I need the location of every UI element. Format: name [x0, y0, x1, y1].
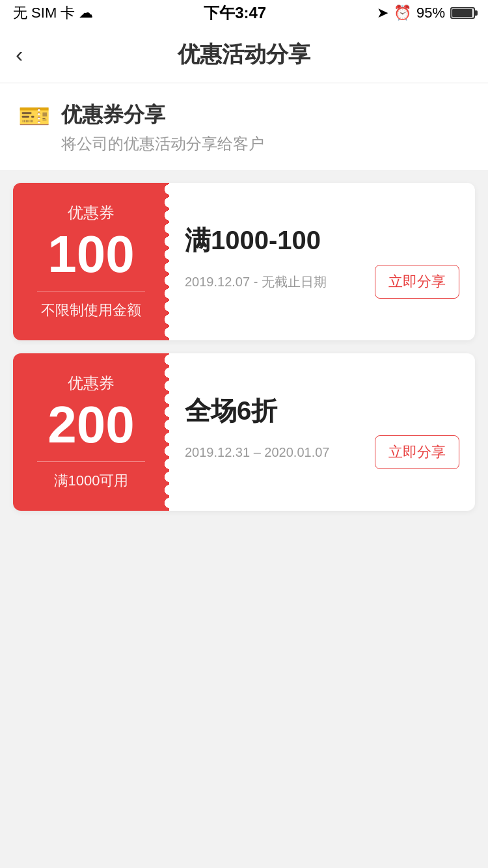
coupon-amount-1: 200 [47, 399, 134, 451]
section-subtitle: 将公司的优惠活动分享给客户 [61, 133, 264, 155]
battery-percent: 95% [416, 5, 445, 21]
coupon-label-1: 优惠券 [68, 373, 115, 394]
coupon-right-1: 全场6折 2019.12.31 – 2020.01.07 立即分享 [169, 353, 475, 511]
location-icon: ➤ [377, 5, 388, 21]
coupon-condition-0: 不限制使用金额 [41, 301, 141, 321]
coupon-card: 优惠券 200 满1000可用 全场6折 2019.12.31 – 2020.0… [13, 353, 475, 511]
page-title: 优惠活动分享 [178, 40, 310, 70]
coupon-card: 优惠券 100 不限制使用金额 满1000-100 2019.12.07 - 无… [13, 183, 475, 340]
status-left: 无 SIM 卡 ☁ [13, 3, 93, 23]
status-bar: 无 SIM 卡 ☁ 下午3:47 ➤ ⏰ 95% [0, 0, 488, 26]
share-button-1[interactable]: 立即分享 [375, 435, 459, 469]
coupon-date-0: 2019.12.07 - 无截止日期 [185, 273, 368, 291]
nav-bar: ‹ 优惠活动分享 [0, 26, 488, 83]
back-button[interactable]: ‹ [16, 42, 23, 67]
coupon-meta-0: 2019.12.07 - 无截止日期 立即分享 [185, 265, 459, 299]
alarm-icon: ⏰ [394, 5, 411, 21]
coupon-divider-1 [37, 461, 145, 462]
coupon-condition-1: 满1000可用 [54, 471, 129, 491]
coupon-list: 优惠券 100 不限制使用金额 满1000-100 2019.12.07 - 无… [0, 183, 488, 511]
status-right: ➤ ⏰ 95% [377, 5, 475, 21]
section-header: 🎫 优惠券分享 将公司的优惠活动分享给客户 [0, 83, 488, 170]
coupon-left-1: 优惠券 200 满1000可用 [13, 353, 169, 511]
battery-icon [450, 7, 475, 19]
coupon-meta-1: 2019.12.31 – 2020.01.07 立即分享 [185, 435, 459, 469]
coupon-name-1: 全场6折 [185, 395, 459, 426]
coupon-date-1: 2019.12.31 – 2020.01.07 [185, 443, 368, 461]
coupon-divider-0 [37, 291, 145, 292]
share-button-0[interactable]: 立即分享 [375, 265, 459, 299]
coupon-right-0: 满1000-100 2019.12.07 - 无截止日期 立即分享 [169, 183, 475, 340]
section-title: 优惠券分享 [61, 102, 264, 129]
coupon-left-0: 优惠券 100 不限制使用金额 [13, 183, 169, 340]
coupon-name-0: 满1000-100 [185, 224, 459, 256]
status-time: 下午3:47 [204, 3, 266, 23]
section-text-block: 优惠券分享 将公司的优惠活动分享给客户 [61, 102, 264, 154]
section-icon: 🎫 [18, 103, 51, 129]
sim-status: 无 SIM 卡 ☁ [13, 3, 93, 23]
coupon-amount-0: 100 [47, 228, 134, 280]
coupon-label-0: 优惠券 [68, 202, 115, 223]
